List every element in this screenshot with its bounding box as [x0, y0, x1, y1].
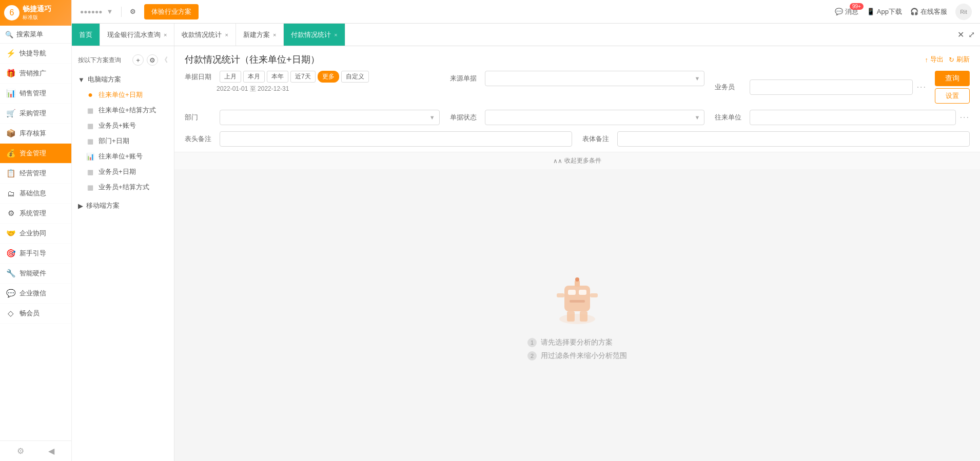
- tab-new-scheme-close[interactable]: ×: [273, 32, 276, 38]
- sidebar-item-inventory[interactable]: 📦 库存核算: [0, 124, 71, 144]
- scheme-item-dept-date[interactable]: ▦ 部门+日期: [72, 133, 174, 149]
- sidebar-item-guide[interactable]: 🎯 新手引导: [0, 244, 71, 264]
- date-btn-7days[interactable]: 近7天: [290, 71, 316, 83]
- export-label: 导出: [930, 55, 944, 64]
- sidebar-collapse-btn[interactable]: ◀: [48, 446, 54, 456]
- svg-rect-9: [567, 311, 575, 322]
- staff-more-btn[interactable]: ···: [917, 83, 927, 92]
- scheme-mobile-label: 移动端方案: [86, 201, 120, 210]
- scheme-item-label: 业务员+日期: [99, 167, 136, 176]
- trial-btn[interactable]: 体验行业方案: [144, 4, 199, 19]
- tab-receipt-stats-close[interactable]: ×: [225, 32, 228, 38]
- refresh-btn[interactable]: ↻ 刷新: [949, 55, 970, 64]
- scheme-collapse-btn[interactable]: 《: [161, 55, 168, 65]
- message-icon: 💬: [835, 8, 843, 15]
- filter-section: 付款情况统计（往来单位+日期） ↑ 导出 ↻ 刷新: [174, 46, 980, 169]
- sidebar-item-vip[interactable]: ◇ 畅会员: [0, 304, 71, 324]
- date-filter-row: 单据日期 上月 本月 本年 近7天 更多 自定义: [185, 71, 440, 83]
- dept-select[interactable]: ▼: [220, 110, 440, 125]
- date-btn-more[interactable]: 更多: [318, 71, 339, 83]
- sidebar-logo: 畅捷通巧: [23, 5, 51, 14]
- sidebar-item-sales[interactable]: 📊 销售管理: [0, 84, 71, 104]
- staff-label: 业务员: [715, 83, 746, 92]
- hardware-icon: 🔧: [6, 269, 15, 278]
- receipt-status-select[interactable]: ▼: [485, 110, 705, 125]
- date-btn-this-month[interactable]: 本月: [243, 71, 265, 83]
- date-btn-custom[interactable]: 自定义: [341, 71, 369, 83]
- sidebar-item-purchase[interactable]: 🛒 采购管理: [0, 104, 71, 124]
- scheme-item-unit-account[interactable]: 📊 往来单位+账号: [72, 149, 174, 164]
- sidebar-item-label: 新手引导: [19, 249, 46, 258]
- sales-icon: 📊: [6, 89, 15, 98]
- sidebar-item-system[interactable]: ⚙ 系统管理: [0, 204, 71, 224]
- sidebar-item-wechat[interactable]: 💬 企业微信: [0, 284, 71, 304]
- content-inner: 按以下方案查询 + ⚙ 《 ▼ 电脑端方案: [72, 46, 980, 461]
- tab-payment-stats[interactable]: 付款情况统计 ×: [284, 24, 345, 46]
- refresh-label: 刷新: [956, 55, 970, 64]
- sidebar-item-hardware[interactable]: 🔧 智能硬件: [0, 264, 71, 284]
- date-filter: 单据日期 上月 本月 本年 近7天 更多 自定义: [185, 71, 440, 93]
- sidebar-item-marketing[interactable]: 🎁 营销推广: [0, 64, 71, 84]
- table-header-remark-input[interactable]: [220, 131, 572, 147]
- receipt-status-dropdown-icon: ▼: [694, 114, 700, 121]
- tab-payment-stats-close[interactable]: ×: [334, 32, 337, 38]
- sidebar-item-operation[interactable]: 📋 经营管理: [0, 164, 71, 184]
- messages-btn[interactable]: 💬 消息 99+: [835, 7, 858, 16]
- tab-receipt-stats[interactable]: 收款情况统计 ×: [174, 24, 236, 46]
- tab-bank-flow-close[interactable]: ×: [164, 32, 167, 38]
- unit-input[interactable]: [750, 110, 955, 125]
- sidebar-settings-btn[interactable]: ⚙: [17, 446, 24, 456]
- scheme-add-btn[interactable]: +: [132, 54, 144, 66]
- page-title: 付款情况统计（往来单位+日期）: [185, 53, 320, 66]
- svg-rect-3: [579, 290, 586, 295]
- sidebar-item-basic[interactable]: 🗂 基础信息: [0, 184, 71, 204]
- source-filter: 来源单据 ▼: [450, 71, 705, 86]
- table-body-remark-input[interactable]: [617, 131, 970, 147]
- collapse-bar[interactable]: ∧∧ 收起更多条件: [174, 152, 980, 169]
- tab-new-scheme[interactable]: 新建方案 ×: [236, 24, 284, 46]
- scheme-mobile-title[interactable]: ▶ 移动端方案: [72, 198, 174, 213]
- tabs-actions: ✕ ⤢: [957, 30, 980, 39]
- search-menu-btn[interactable]: 🔍 搜索菜单: [0, 26, 71, 44]
- filter-settings-btn[interactable]: 设置: [935, 88, 970, 104]
- scheme-item-staff-date[interactable]: ▦ 业务员+日期: [72, 164, 174, 179]
- sidebar-item-finance[interactable]: 💰 资金管理: [0, 144, 71, 164]
- settings-gear-btn[interactable]: ⚙: [130, 8, 136, 15]
- tab-bank-flow[interactable]: 现金银行流水查询 ×: [100, 24, 174, 46]
- tab-receipt-stats-label: 收款情况统计: [182, 30, 222, 39]
- scheme-settings-btn[interactable]: ⚙: [147, 54, 158, 66]
- sidebar-item-label: 资金管理: [19, 149, 46, 158]
- svg-rect-4: [570, 300, 585, 303]
- headset-icon: 🎧: [910, 8, 918, 15]
- active-scheme-icon: ●: [86, 91, 94, 99]
- scheme-desktop-title[interactable]: ▼ 电脑端方案: [72, 72, 174, 87]
- breadcrumb-user: ●●●●●●: [80, 8, 103, 15]
- scheme-item-label: 部门+日期: [99, 136, 129, 146]
- tab-close-all-btn[interactable]: ✕: [957, 30, 964, 39]
- user-avatar[interactable]: Rit: [955, 4, 972, 20]
- app-download-btn[interactable]: 📱 App下载: [867, 7, 902, 16]
- query-btn[interactable]: 查询: [935, 71, 970, 86]
- phone-icon: 📱: [867, 8, 875, 15]
- scheme-item-unit-date[interactable]: ● 往来单位+日期: [72, 87, 174, 103]
- tab-maximize-btn[interactable]: ⤢: [968, 30, 975, 39]
- scheme-item-staff-account[interactable]: ▦ 业务员+账号: [72, 118, 174, 133]
- tab-home[interactable]: 首页: [72, 24, 100, 46]
- sidebar-item-label: 快捷导航: [19, 49, 46, 58]
- finance-icon: 💰: [6, 149, 15, 158]
- sidebar-item-quick-nav[interactable]: ⚡ 快捷导航: [0, 44, 71, 64]
- empty-state: 1 请先选择要分析的方案 2 用过滤条件来缩小分析范围: [174, 169, 980, 461]
- online-service-btn[interactable]: 🎧 在线客服: [910, 7, 947, 16]
- staff-input[interactable]: [750, 79, 912, 95]
- basic-icon: 🗂: [6, 189, 15, 198]
- receipt-status-filter: 单据状态 ▼: [450, 110, 705, 125]
- date-btn-last-month[interactable]: 上月: [220, 71, 241, 83]
- date-range-value: 2022-01-01 至 2022-12-31: [217, 85, 289, 93]
- scheme-item-staff-settle[interactable]: ▦ 业务员+结算方式: [72, 179, 174, 195]
- export-btn[interactable]: ↑ 导出: [925, 55, 944, 64]
- unit-more-btn[interactable]: ···: [960, 113, 970, 122]
- sidebar-item-enterprise[interactable]: 🤝 企业协同: [0, 224, 71, 244]
- source-select[interactable]: ▼: [485, 71, 705, 86]
- date-btn-this-year[interactable]: 本年: [267, 71, 288, 83]
- scheme-item-unit-settle[interactable]: ▦ 往来单位+结算方式: [72, 103, 174, 118]
